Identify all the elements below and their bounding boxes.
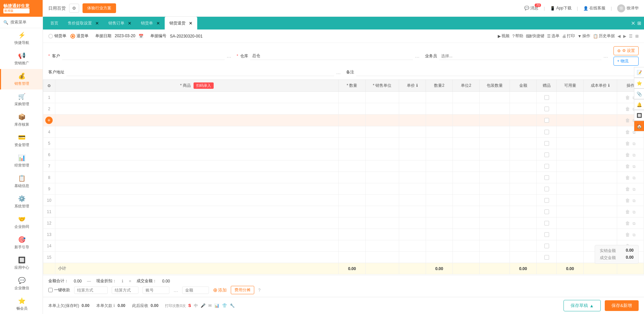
- unit2-cell-10[interactable]: [453, 195, 480, 206]
- gift-cell-6[interactable]: [537, 149, 557, 161]
- copy-btn-6[interactable]: ⧉: [633, 153, 636, 158]
- pkg-qty-cell-13[interactable]: [480, 229, 510, 240]
- delete-btn-7[interactable]: 🗑: [625, 164, 630, 169]
- pkg-qty-cell-15[interactable]: [480, 252, 510, 263]
- gift-checkbox-9[interactable]: [544, 187, 549, 191]
- unit-cell-10[interactable]: [366, 195, 399, 206]
- unit2-cell-2[interactable]: [453, 103, 480, 115]
- product-cell-3[interactable]: [55, 115, 339, 126]
- unit-cell-3[interactable]: [366, 115, 399, 126]
- unit2-cell-1[interactable]: [453, 92, 480, 103]
- copy-btn-13[interactable]: ⧉: [633, 233, 636, 237]
- cost-price-cell-5[interactable]: [584, 138, 617, 149]
- price-cell-9[interactable]: [399, 183, 426, 195]
- amount-cell-6[interactable]: [510, 149, 537, 161]
- delete-btn-1[interactable]: 🗑: [625, 95, 630, 100]
- available-cell-7[interactable]: [557, 161, 584, 172]
- delete-btn-4[interactable]: 🗑: [625, 129, 630, 135]
- product-cell-1[interactable]: [55, 92, 339, 103]
- unit2-cell-13[interactable]: [453, 229, 480, 240]
- tab-price-setting[interactable]: 售价提取设置 ✕: [63, 17, 104, 29]
- rsp-btn-3[interactable]: 📎: [634, 88, 644, 99]
- tab-sales-delivery-close[interactable]: ✕: [156, 21, 160, 26]
- sidebar-item-wechat[interactable]: 💬 企业微信: [0, 273, 43, 294]
- calendar-icon[interactable]: 📅: [139, 34, 144, 39]
- qty2-cell-10[interactable]: [426, 195, 453, 206]
- unit2-cell-9[interactable]: [453, 183, 480, 195]
- product-cell-8[interactable]: [55, 172, 339, 183]
- gift-checkbox-13[interactable]: [544, 232, 549, 237]
- gift-cell-5[interactable]: [537, 138, 557, 149]
- qty-cell-12[interactable]: [339, 217, 366, 229]
- amount-cell-10[interactable]: [510, 195, 537, 206]
- gift-checkbox-4[interactable]: [544, 130, 549, 134]
- qty-cell-2[interactable]: [339, 103, 366, 115]
- message-badge-area[interactable]: 💬 70 消息: [524, 5, 538, 11]
- sidebar-item-enterprise[interactable]: 🤝 企业协同: [0, 212, 43, 233]
- qty2-cell-13[interactable]: [426, 229, 453, 240]
- nav-prev[interactable]: ◀: [618, 34, 621, 39]
- qty-cell-5[interactable]: [339, 138, 366, 149]
- amount-cell-15[interactable]: [510, 252, 537, 263]
- product-cell-12[interactable]: [55, 217, 339, 229]
- cost-price-cell-13[interactable]: [584, 229, 617, 240]
- price-cell-2[interactable]: [399, 103, 426, 115]
- staff-input[interactable]: [439, 52, 601, 60]
- settings-gear-button[interactable]: ⚙: [69, 4, 79, 13]
- gift-checkbox-5[interactable]: [544, 141, 549, 146]
- unit-cell-13[interactable]: [366, 229, 399, 240]
- unit-cell-11[interactable]: [366, 206, 399, 217]
- gift-cell-10[interactable]: [537, 195, 557, 206]
- unit2-cell-4[interactable]: [453, 126, 480, 138]
- price-cell-10[interactable]: [399, 195, 426, 206]
- unit-cell-8[interactable]: [366, 172, 399, 183]
- tab-sales-return[interactable]: 销货退货 ✕: [165, 17, 197, 29]
- cost-price-cell-10[interactable]: [584, 195, 617, 206]
- unit-cell-4[interactable]: [366, 126, 399, 138]
- product-cell-15[interactable]: [55, 252, 339, 263]
- delete-btn-3[interactable]: 🗑: [625, 118, 630, 123]
- onepay-checkbox-label[interactable]: 一键收款: [48, 287, 70, 293]
- qty2-cell-5[interactable]: [426, 138, 453, 149]
- warehouse-select-btn[interactable]: …: [415, 53, 420, 59]
- product-input-3[interactable]: [57, 118, 336, 123]
- qty-cell-8[interactable]: [339, 172, 366, 183]
- available-cell-4[interactable]: [557, 126, 584, 138]
- unit-cell-2[interactable]: [366, 103, 399, 115]
- product-cell-4[interactable]: [55, 126, 339, 138]
- unit-cell-6[interactable]: [366, 149, 399, 161]
- unit-cell-5[interactable]: [366, 138, 399, 149]
- unit2-cell-14[interactable]: [453, 240, 480, 252]
- cost-price-cell-8[interactable]: [584, 172, 617, 183]
- cost-price-cell-6[interactable]: [584, 149, 617, 161]
- view-list-icon[interactable]: ☰: [629, 34, 633, 39]
- available-cell-15[interactable]: [557, 252, 584, 263]
- gift-checkbox-6[interactable]: [544, 152, 549, 157]
- qty-cell-14[interactable]: [339, 240, 366, 252]
- gift-cell-7[interactable]: [537, 161, 557, 172]
- available-cell-2[interactable]: [557, 103, 584, 115]
- copy-btn-9[interactable]: ⧉: [633, 187, 636, 192]
- qty-cell-9[interactable]: [339, 183, 366, 195]
- qty-cell-7[interactable]: [339, 161, 366, 172]
- help-btn[interactable]: ? 帮助: [512, 33, 523, 39]
- qty-cell-11[interactable]: [339, 206, 366, 217]
- gift-checkbox-15[interactable]: [544, 255, 549, 260]
- price-cell-11[interactable]: [399, 206, 426, 217]
- available-cell-10[interactable]: [557, 195, 584, 206]
- gift-cell-3[interactable]: [537, 115, 557, 126]
- view-table-icon[interactable]: ⊞: [635, 34, 639, 39]
- tab-home[interactable]: 首页: [46, 17, 63, 29]
- rsp-btn-4[interactable]: 🔔: [634, 99, 644, 110]
- sidebar-item-finance[interactable]: 💳 资金管理: [0, 130, 43, 151]
- product-cell-7[interactable]: [55, 161, 339, 172]
- product-cell-6[interactable]: [55, 149, 339, 161]
- video-btn[interactable]: ▶ 视频: [498, 33, 509, 39]
- radio-sales-dot[interactable]: [48, 34, 53, 39]
- delete-btn-11[interactable]: 🗑: [625, 209, 630, 214]
- gift-cell-12[interactable]: [537, 217, 557, 229]
- cost-price-cell-9[interactable]: [584, 183, 617, 195]
- radio-return-label[interactable]: 退货单: [70, 33, 89, 39]
- amount-cell-7[interactable]: [510, 161, 537, 172]
- delete-btn-12[interactable]: 🗑: [625, 221, 630, 226]
